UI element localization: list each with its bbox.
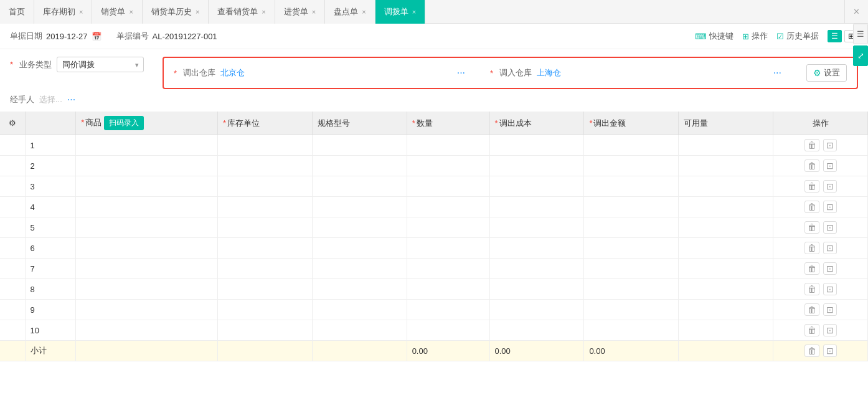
row-qty-9[interactable] [407,300,489,320]
tab-home[interactable]: 首页 [0,0,34,24]
warehouse-in-more-btn[interactable]: ··· [773,67,781,79]
tab-inventory-check-close[interactable]: × [362,8,366,16]
row-product-1[interactable] [76,135,218,156]
row-unit-2[interactable] [217,156,312,176]
subtotal-delete-icon[interactable]: 🗑 [804,345,819,357]
row-cost-2[interactable] [489,156,584,176]
row-spec-6[interactable] [312,238,407,259]
row-unit-1[interactable] [217,135,312,156]
sidebar-expand-btn[interactable]: ⤢ [853,45,868,66]
row-copy-btn-10[interactable]: ⊡ [823,324,837,336]
history-action[interactable]: ☑ 历史单据 [776,31,819,42]
tab-sales-order-close[interactable]: × [129,8,133,16]
tab-sales-order[interactable]: 销货单 × [92,0,142,24]
row-qty-4[interactable] [407,197,489,217]
row-copy-btn-9[interactable]: ⊡ [823,303,837,316]
subtotal-copy-icon[interactable]: ⊡ [823,345,837,357]
row-delete-btn-2[interactable]: 🗑 [804,159,819,172]
warehouse-out-value[interactable]: 北京仓 [220,67,245,79]
row-product-3[interactable] [76,176,218,197]
row-amount-9[interactable] [584,300,679,320]
tab-inventory-init[interactable]: 库存期初 × [34,0,92,24]
row-product-8[interactable] [76,279,218,300]
row-delete-btn-9[interactable]: 🗑 [804,303,819,316]
row-copy-btn-5[interactable]: ⊡ [823,221,837,234]
tab-inventory-check[interactable]: 盘点单 × [325,0,375,24]
tab-sales-history[interactable]: 销货单历史 × [143,0,209,24]
tab-transfer-order[interactable]: 调拨单 × [375,0,425,24]
row-spec-5[interactable] [312,217,407,238]
row-product-10[interactable] [76,320,218,341]
row-qty-8[interactable] [407,279,489,300]
row-product-5[interactable] [76,217,218,238]
row-spec-3[interactable] [312,176,407,197]
row-cost-8[interactable] [489,279,584,300]
person-more-btn[interactable]: ··· [67,94,75,105]
operation-action[interactable]: ⊞ 操作 [742,31,768,42]
row-spec-8[interactable] [312,279,407,300]
row-copy-btn-7[interactable]: ⊡ [823,262,837,275]
business-type-select[interactable]: 同价调拨 [57,57,144,72]
row-amount-7[interactable] [584,259,679,279]
row-product-2[interactable] [76,156,218,176]
row-cost-10[interactable] [489,320,584,341]
row-product-7[interactable] [76,259,218,279]
row-unit-6[interactable] [217,238,312,259]
row-delete-btn-1[interactable]: 🗑 [804,139,819,151]
row-qty-2[interactable] [407,156,489,176]
row-copy-btn-2[interactable]: ⊡ [823,159,837,172]
row-copy-btn-1[interactable]: ⊡ [823,139,837,151]
row-delete-btn-10[interactable]: 🗑 [804,324,819,336]
row-qty-3[interactable] [407,176,489,197]
row-amount-1[interactable] [584,135,679,156]
tab-view-sales[interactable]: 查看销货单 × [209,0,275,24]
row-spec-2[interactable] [312,156,407,176]
row-amount-5[interactable] [584,217,679,238]
row-product-9[interactable] [76,300,218,320]
calendar-icon[interactable]: 📅 [92,32,101,41]
tab-bar-close-btn[interactable]: × [844,0,868,24]
row-qty-7[interactable] [407,259,489,279]
grid-btn-list[interactable]: ☰ [828,30,842,42]
row-copy-btn-6[interactable]: ⊡ [823,242,837,254]
row-unit-8[interactable] [217,279,312,300]
row-delete-btn-8[interactable]: 🗑 [804,283,819,295]
row-unit-4[interactable] [217,197,312,217]
tab-view-sales-close[interactable]: × [262,8,265,16]
row-copy-btn-8[interactable]: ⊡ [823,283,837,295]
row-spec-4[interactable] [312,197,407,217]
col-gear[interactable]: ⚙ [0,112,25,135]
warehouse-in-value[interactable]: 上海仓 [537,67,561,79]
row-amount-2[interactable] [584,156,679,176]
row-unit-3[interactable] [217,176,312,197]
row-cost-4[interactable] [489,197,584,217]
row-unit-10[interactable] [217,320,312,341]
row-amount-6[interactable] [584,238,679,259]
row-delete-btn-7[interactable]: 🗑 [804,262,819,275]
row-cost-7[interactable] [489,259,584,279]
row-unit-9[interactable] [217,300,312,320]
row-cost-3[interactable] [489,176,584,197]
row-amount-10[interactable] [584,320,679,341]
tab-purchase-order-close[interactable]: × [312,8,316,16]
scan-button[interactable]: 扫码录入 [104,116,144,130]
row-copy-btn-4[interactable]: ⊡ [823,201,837,213]
row-amount-4[interactable] [584,197,679,217]
shortcut-action[interactable]: ⌨ 快捷键 [695,31,734,42]
row-amount-8[interactable] [584,279,679,300]
row-spec-7[interactable] [312,259,407,279]
row-delete-btn-4[interactable]: 🗑 [804,201,819,213]
tab-inventory-init-close[interactable]: × [79,8,83,16]
row-amount-3[interactable] [584,176,679,197]
settings-button[interactable]: ⚙ 设置 [806,64,847,82]
row-copy-btn-3[interactable]: ⊡ [823,180,837,193]
row-qty-1[interactable] [407,135,489,156]
row-qty-5[interactable] [407,217,489,238]
warehouse-out-more-btn[interactable]: ··· [457,67,465,79]
row-qty-10[interactable] [407,320,489,341]
row-qty-6[interactable] [407,238,489,259]
row-cost-5[interactable] [489,217,584,238]
row-cost-1[interactable] [489,135,584,156]
row-product-4[interactable] [76,197,218,217]
tab-transfer-order-close[interactable]: × [412,8,416,16]
